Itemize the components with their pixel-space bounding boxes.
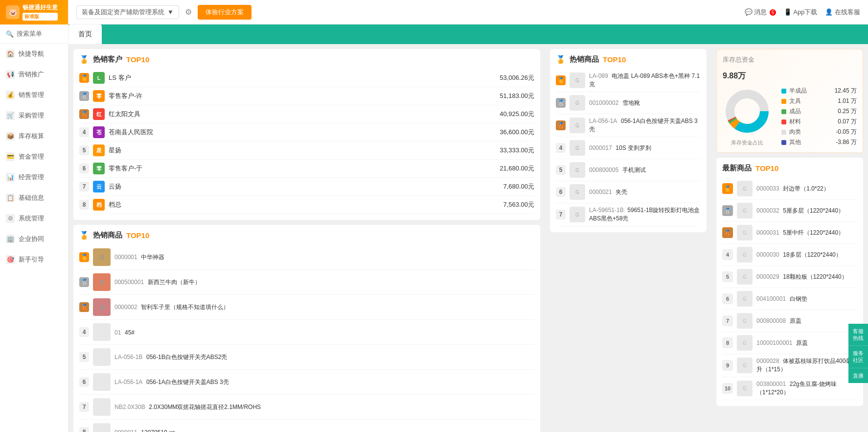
- legend-item: 文具 1.01 万: [781, 97, 857, 105]
- new-rank-number: 9: [722, 360, 733, 371]
- hot-product-code: LA-056-1A: [114, 379, 142, 385]
- sidebar-item-basic[interactable]: 📋 基础信息: [0, 188, 68, 208]
- tab-home[interactable]: 首页: [69, 24, 102, 44]
- legend-value: 0.25 万: [838, 107, 857, 116]
- new-product-item: 7 G 000800008 原盖: [722, 310, 857, 332]
- enterprise-icon: 🏢: [6, 235, 15, 243]
- product-rank-number: 6: [556, 187, 566, 197]
- new-product-item: 5 G 0000029 18颗粒板（1220*2440）: [722, 266, 857, 288]
- system-title: 装备及固定资产辅助管理系统: [82, 8, 164, 17]
- content-area: 🏅 热销客户 TOP10 🥇 L LS 客户 53,006.26元 🥈 零 零售…: [69, 44, 868, 432]
- rank-name: 云扬: [109, 182, 499, 191]
- rank-number: 5: [79, 145, 89, 155]
- inventory-amount: 9.88万: [723, 66, 857, 82]
- new-product-info: 004100001 白钢垫: [756, 295, 807, 303]
- settings-icon[interactable]: ⚙: [185, 7, 192, 17]
- rank-avatar: 红: [93, 108, 105, 120]
- new-product-item: 8 G 10000100001 原盖: [722, 332, 857, 354]
- product-rank-number: 4: [556, 143, 566, 153]
- product-item: 🥇 G LA-089 电池盖 LA-089 ABS本色+黑种 7.1克: [556, 69, 701, 92]
- hot-rank-number: 7: [79, 402, 89, 412]
- product-img: G: [570, 118, 585, 133]
- hot-rank-number: 4: [79, 327, 89, 337]
- legend-name: 半成品: [789, 87, 807, 95]
- sidebar-item-inventory[interactable]: 📦 库存核算: [0, 126, 68, 146]
- sidebar-item-guide[interactable]: 🎯 新手引导: [0, 249, 68, 270]
- product-img: G: [570, 207, 585, 222]
- sidebar-item-enterprise[interactable]: 🏢 企业协同: [0, 229, 68, 249]
- msg-label: 消息: [754, 8, 767, 16]
- sidebar-item-purchase[interactable]: 🛒 采购管理: [0, 105, 68, 126]
- sidebar-logo: 🐷 畅捷通好生意 标准版: [0, 0, 68, 24]
- new-product-item: 6 G 004100001 白钢垫: [722, 288, 857, 310]
- new-product-name: 5厘中纤（1220*2440）: [783, 229, 844, 236]
- hot-medal-icon: 🏅: [79, 231, 89, 240]
- float-btn-live[interactable]: 直播: [848, 368, 868, 383]
- hot-item: 5 LA-056-1B 056-1B白色按键开关壳ABS2壳: [79, 345, 534, 370]
- float-btn-community[interactable]: 服务社区: [848, 346, 868, 368]
- rank-name: 零售客户-于: [109, 164, 496, 173]
- product-item: 4 G 0000017 10S 变刹罗刹: [556, 137, 701, 159]
- legend-item: 肉类 -0.05 万: [781, 128, 857, 136]
- rank-value: 53,006.26元: [500, 73, 534, 82]
- hot-product-info: 0000001 中华神器: [114, 253, 164, 262]
- new-products-top10-badge: TOP10: [755, 164, 778, 172]
- trial-button[interactable]: 体验行业方案: [198, 5, 251, 20]
- rank-item: 8 档 档总 7,563.00元: [79, 196, 534, 214]
- hot-rank-number: 5: [79, 352, 89, 362]
- search-menu[interactable]: 🔍 搜索菜单: [0, 24, 68, 44]
- inventory-icon: 📦: [6, 132, 15, 141]
- sidebar-item-system[interactable]: ⚙ 系统管理: [0, 208, 68, 229]
- rank-item: 5 星 星扬 33,333.00元: [79, 142, 534, 160]
- rank-avatar: 苍: [93, 126, 105, 138]
- sidebar-item-operation[interactable]: 📊 经营管理: [0, 167, 68, 188]
- hot-products-main-card: 🏅 热销商品 TOP10 🥇 🖼 0000001 中华神器 🥈 🖼 000500…: [73, 225, 540, 432]
- sidebar-item-finance[interactable]: 💳 资金管理: [0, 146, 68, 167]
- rank-avatar: 云: [93, 181, 105, 192]
- sidebar-item-sales[interactable]: 💰 销售管理: [0, 85, 68, 105]
- product-info: 000800005 手机测试: [589, 166, 646, 174]
- hot-product-info: 01 45#: [114, 329, 135, 336]
- hot-product-img: [93, 348, 111, 366]
- rank-name: 档总: [109, 200, 499, 209]
- sidebar-item-home[interactable]: 🏠 快捷导航: [0, 44, 68, 64]
- rank-name: 零售客户-许: [109, 92, 496, 100]
- sidebar-item-label: 销售管理: [19, 91, 44, 99]
- hot-product-code: 0000001: [114, 254, 137, 261]
- new-rank-number: 4: [722, 249, 733, 260]
- logo-badge: 标准版: [23, 13, 58, 21]
- inventory-value: 9.88: [723, 72, 738, 80]
- rank-item: 7 云 云扬 7,680.00元: [79, 178, 534, 196]
- hot-product-info: 000500001 新西兰牛肉（新牛）: [114, 278, 201, 287]
- product-rank-number: 7: [556, 210, 566, 219]
- product-info: 0000017 10S 变刹罗刹: [589, 144, 651, 152]
- message-btn[interactable]: 💬 消息 6: [745, 8, 777, 17]
- hot-top10-badge: TOP10: [126, 231, 149, 240]
- app-download-btn[interactable]: 📱 App下载: [784, 8, 817, 17]
- online-service-btn[interactable]: 👤 在线客服: [825, 8, 860, 17]
- hot-product-name: 45#: [125, 329, 135, 336]
- new-rank-number: 10: [722, 383, 733, 394]
- sidebar-item-marketing[interactable]: 📢 营销推广: [0, 64, 68, 85]
- rank-avatar: 档: [93, 199, 105, 211]
- product-code: 001000002: [589, 99, 618, 106]
- new-products-list: 🥇 G 0000033 封边带（1.0*22） 🥈 G 0000032 5厘多层…: [722, 178, 857, 400]
- rank-name: 红太阳文具: [109, 110, 496, 119]
- float-btn-service[interactable]: 客服热线: [848, 324, 868, 346]
- new-rank-number: 🥇: [722, 183, 733, 194]
- left-panel: 🏅 热销客户 TOP10 🥇 L LS 客户 53,006.26元 🥈 零 零售…: [69, 44, 545, 432]
- float-support: 客服热线 服务社区 直播: [848, 324, 868, 383]
- hot-product-name: 2.0X30MM双搓花轴搓花直径2.1MM/ROHS: [149, 404, 261, 410]
- new-product-info: 0000031 5厘中纤（1220*2440）: [756, 229, 844, 237]
- legend-name: 其他: [789, 138, 801, 146]
- sidebar-item-label: 采购管理: [19, 111, 44, 120]
- hot-product-code: 000500001: [114, 279, 144, 286]
- sidebar-item-label: 经营管理: [19, 173, 44, 182]
- hot-product-img: 🖼: [93, 298, 111, 316]
- product-rank-number: 🥈: [556, 98, 566, 108]
- hot-title-label: 热销商品: [93, 231, 122, 240]
- system-selector[interactable]: 装备及固定资产辅助管理系统 ▼: [76, 5, 179, 19]
- product-info: 001000002 雪地靴: [589, 99, 640, 107]
- legend-dot: [781, 140, 786, 145]
- new-product-img: G: [737, 358, 753, 373]
